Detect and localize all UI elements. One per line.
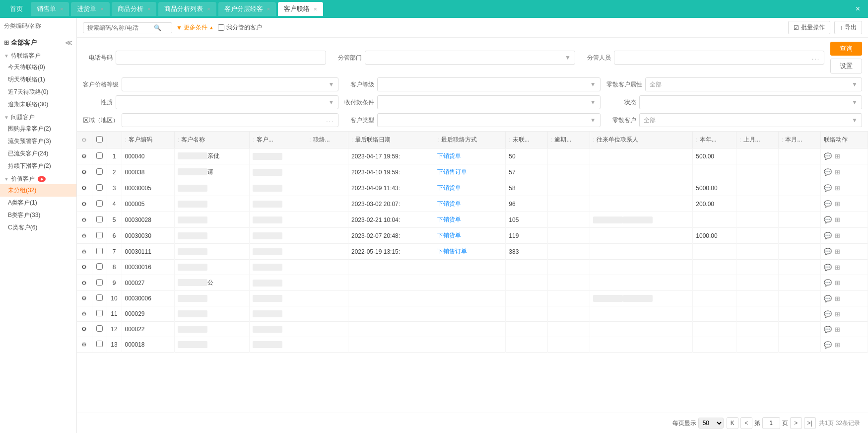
pending-contact-group[interactable]: ▼ 待联络客户	[0, 49, 76, 61]
filter-search-input[interactable]	[87, 24, 152, 31]
close-window-button[interactable]: ×	[852, 4, 864, 13]
next-page-button[interactable]: >	[790, 417, 802, 429]
sidebar-search-box[interactable]: 🔍	[0, 18, 76, 34]
sidebar-score-item[interactable]: B类客户(33)	[0, 209, 76, 221]
checkbox-cell[interactable]	[92, 275, 107, 291]
row-checkbox[interactable]	[96, 168, 103, 175]
per-page-select[interactable]: 50 100 200	[698, 418, 724, 429]
phone-input[interactable]	[116, 51, 326, 65]
region-input[interactable]: ...	[122, 113, 338, 127]
nav-tab-客户联络[interactable]: 客户联络×	[278, 2, 323, 16]
grid-action-icon[interactable]: ⊞	[835, 200, 840, 208]
checkbox-cell[interactable]	[92, 322, 107, 337]
tab-close-icon[interactable]: ×	[267, 6, 270, 12]
check-all-header[interactable]	[92, 132, 107, 148]
grid-action-icon[interactable]: ⊞	[835, 168, 840, 176]
settings-cell[interactable]: ⚙	[77, 337, 92, 353]
checkbox-cell[interactable]	[92, 180, 107, 196]
sidebar-score-item[interactable]: C类客户(6)	[0, 221, 76, 234]
tab-close-icon[interactable]: ×	[100, 6, 103, 12]
chat-icon[interactable]: 💬	[824, 326, 832, 333]
last-method-link[interactable]: 下销售订单	[437, 168, 467, 175]
settings-cell[interactable]: ⚙	[77, 180, 92, 196]
settings-cell[interactable]: ⚙	[77, 164, 92, 180]
tab-close-icon[interactable]: ×	[207, 6, 210, 12]
checkbox-cell[interactable]	[92, 260, 107, 275]
chat-icon[interactable]: 💬	[824, 248, 832, 255]
row-checkbox[interactable]	[96, 325, 103, 332]
grid-action-icon[interactable]: ⊞	[835, 279, 840, 287]
tab-close-icon[interactable]: ×	[314, 6, 317, 12]
settings-column-header[interactable]: ⚙	[77, 132, 92, 148]
settings-cell[interactable]: ⚙	[77, 212, 92, 228]
check-all-checkbox[interactable]	[96, 136, 103, 143]
chat-icon[interactable]: 💬	[824, 232, 832, 239]
dept-select[interactable]: ▼	[365, 51, 575, 65]
settings-cell[interactable]: ⚙	[77, 244, 92, 260]
nav-tab-home[interactable]: 首页	[4, 2, 29, 16]
customer-type-select[interactable]: ▼	[377, 113, 600, 127]
settings-cell[interactable]: ⚙	[77, 260, 92, 275]
last-method-link[interactable]: 下销货单	[437, 232, 461, 239]
grid-action-icon[interactable]: ⊞	[835, 216, 840, 223]
query-button[interactable]: 查询	[830, 42, 862, 56]
sidebar-problem-item[interactable]: 已流失客户(24)	[0, 147, 76, 160]
tab-close-icon[interactable]: ×	[60, 6, 63, 12]
sidebar-pending-item[interactable]: 逾期未联络(30)	[0, 98, 76, 111]
grid-action-icon[interactable]: ⊞	[835, 310, 840, 318]
nav-tab-客户分层经客[interactable]: 客户分层经客×	[218, 2, 276, 16]
export-button[interactable]: ↑ 导出	[834, 21, 862, 34]
last-method-link[interactable]: 下销货单	[437, 184, 461, 191]
checkbox-cell[interactable]	[92, 212, 107, 228]
checkbox-cell[interactable]	[92, 306, 107, 322]
settings-cell[interactable]: ⚙	[77, 291, 92, 306]
chat-icon[interactable]: 💬	[824, 279, 832, 287]
retail-customer-select[interactable]: 全部▼	[639, 113, 862, 127]
settings-cell[interactable]: ⚙	[77, 275, 92, 291]
sidebar-problem-item[interactable]: 流失预警客户(3)	[0, 135, 76, 147]
checkbox-cell[interactable]	[92, 148, 107, 164]
sidebar-score-item[interactable]: A类客户(1)	[0, 197, 76, 209]
chat-icon[interactable]: 💬	[824, 168, 832, 176]
payment-select[interactable]: ▼	[377, 95, 600, 109]
chat-icon[interactable]: 💬	[824, 184, 832, 192]
grid-action-icon[interactable]: ⊞	[835, 264, 840, 271]
chat-icon[interactable]: 💬	[824, 310, 832, 318]
row-checkbox[interactable]	[96, 294, 103, 301]
nature-select[interactable]: ▼	[116, 95, 338, 109]
grid-action-icon[interactable]: ⊞	[835, 248, 840, 255]
row-checkbox[interactable]	[96, 216, 103, 222]
my-customers-checkbox[interactable]: 我分管的客户	[218, 23, 262, 32]
grid-action-icon[interactable]: ⊞	[835, 184, 840, 192]
status-select[interactable]: ▼	[639, 95, 862, 109]
last-method-link[interactable]: 下销货单	[437, 216, 461, 223]
chat-icon[interactable]: 💬	[824, 264, 832, 271]
last-method-link[interactable]: 下销售订单	[437, 248, 467, 255]
checkbox-cell[interactable]	[92, 196, 107, 212]
more-conditions-button[interactable]: ▼ 更多条件 ▲	[176, 23, 214, 32]
row-checkbox[interactable]	[96, 263, 103, 270]
checkbox-cell[interactable]	[92, 337, 107, 353]
checkbox-cell[interactable]	[92, 228, 107, 244]
chat-icon[interactable]: 💬	[824, 200, 832, 208]
row-checkbox[interactable]	[96, 341, 103, 347]
chat-icon[interactable]: 💬	[824, 341, 832, 349]
manager-input[interactable]: ...	[614, 51, 824, 65]
checkbox-cell[interactable]	[92, 164, 107, 180]
row-checkbox[interactable]	[96, 248, 103, 254]
my-customers-check[interactable]	[218, 24, 224, 31]
settings-cell[interactable]: ⚙	[77, 148, 92, 164]
sidebar-problem-item[interactable]: 持续下滑客户(2)	[0, 160, 76, 172]
settings-cell[interactable]: ⚙	[77, 306, 92, 322]
checkbox-cell[interactable]	[92, 244, 107, 260]
settings-cell[interactable]: ⚙	[77, 228, 92, 244]
last-method-link[interactable]: 下销货单	[437, 152, 461, 159]
sidebar-search-input[interactable]	[4, 22, 77, 29]
last-page-button[interactable]: >|	[804, 417, 816, 429]
sidebar-problem-item[interactable]: 囤购异常客户(2)	[0, 123, 76, 135]
grid-action-icon[interactable]: ⊞	[835, 152, 840, 160]
page-number-input[interactable]	[762, 417, 780, 429]
batch-operations-button[interactable]: ☑ 批量操作	[788, 21, 830, 34]
row-checkbox[interactable]	[96, 310, 103, 316]
tab-close-icon[interactable]: ×	[147, 6, 150, 12]
